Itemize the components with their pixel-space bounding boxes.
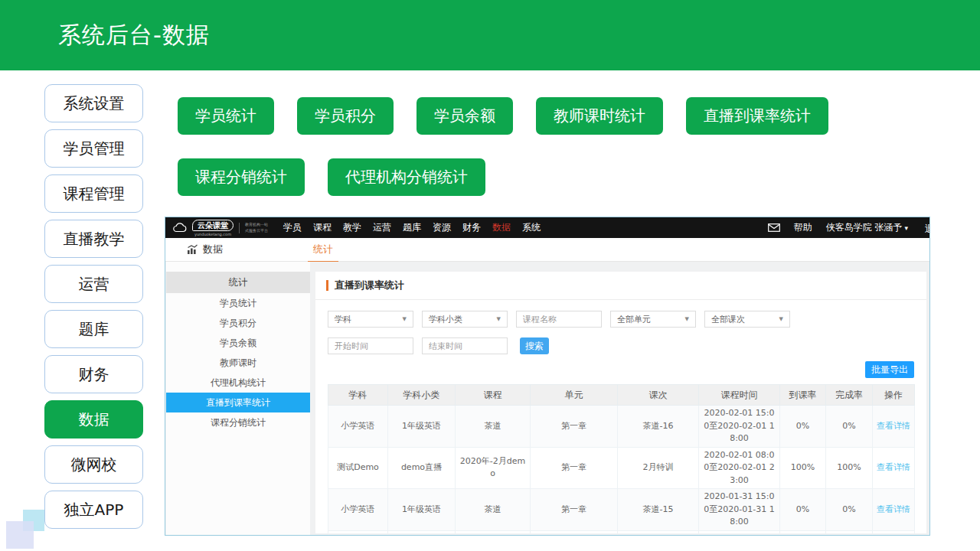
sidebar-item-3[interactable]: 直播教学: [44, 220, 143, 258]
cell: 茶道-15: [618, 489, 699, 531]
yunduo-logo: 云朵课堂 yunduoketang.com 教育机构一站 式服务云平台: [173, 220, 268, 236]
user-menu[interactable]: 侠客岛学院 张涵予▾: [826, 221, 908, 234]
sidebar-item-4[interactable]: 运营: [44, 265, 143, 303]
panel-title-row: 直播到课率统计: [315, 272, 926, 300]
stat-button-r2-0[interactable]: 课程分销统计: [178, 158, 305, 196]
chevron-down-icon: ▾: [904, 224, 908, 232]
stats-menu-item-3[interactable]: 教师课时: [166, 353, 310, 373]
filter-row-1: 学科 ▼ 学科小类 ▼ 全部单元 ▼ 全部课次: [328, 311, 914, 328]
logo-divider: [239, 223, 240, 233]
action-cell: 查看详情: [873, 447, 915, 489]
admin-nav-item-2[interactable]: 教学: [343, 221, 361, 234]
sidebar-item-8[interactable]: 微网校: [44, 445, 143, 484]
table-row: 测试Demodemo直播2020年-2月demo第一章2月特训2020-02-0…: [328, 447, 915, 489]
stats-menu-item-2[interactable]: 学员余额: [166, 333, 310, 353]
view-details-link[interactable]: 查看详情: [877, 421, 910, 431]
sidebar-item-7[interactable]: 数据: [44, 400, 143, 439]
sidebar-item-1[interactable]: 学员管理: [44, 129, 143, 168]
stat-buttons-row-2: 课程分销统计代理机构分销统计: [178, 158, 485, 196]
cell: 0%: [826, 530, 873, 533]
cell: 1年级英语: [388, 489, 456, 531]
all-lessons-select[interactable]: 全部课次 ▼: [704, 311, 790, 328]
stat-button-r1-2[interactable]: 学员余额: [416, 97, 513, 135]
stat-button-r1-1[interactable]: 学员积分: [297, 97, 394, 135]
mail-icon[interactable]: [768, 223, 780, 232]
course-name-input[interactable]: [516, 311, 602, 328]
chevron-down-icon: ▼: [497, 316, 501, 322]
stats-menu-item-5[interactable]: 直播到课率统计: [166, 393, 310, 412]
sidebar-item-0[interactable]: 系统设置: [44, 84, 143, 122]
logo-domain: yunduoketang.com: [194, 232, 231, 236]
view-details-link[interactable]: 查看详情: [877, 462, 910, 472]
cell: 寒假辅导: [456, 530, 531, 533]
table-row: 小学英语1年级英语茶道第一章茶道-152020-01-31 15:00至2020…: [328, 489, 915, 531]
admin-top-right: 帮助 侠客岛学院 张涵予▾: [768, 221, 922, 234]
cell: 第一章: [531, 447, 618, 489]
cell: 0%: [826, 489, 873, 531]
table-header-6: 到课率: [780, 385, 826, 406]
admin-nav-item-7[interactable]: 数据: [492, 221, 511, 234]
table-row: 小学英语1年级英语寒假辅导第一章寒假辅导-52020-01-31 09:00至2…: [328, 530, 915, 533]
stat-button-r1-0[interactable]: 学员统计: [178, 97, 274, 135]
admin-nav-items: 学员课程教学运营题库资源财务数据系统: [283, 221, 541, 234]
table-header-1: 学科小类: [388, 385, 456, 406]
cell: 第一章: [531, 406, 618, 448]
stat-button-r1-3[interactable]: 教师课时统计: [536, 97, 663, 135]
cell: 2020-02-01 08:00至2020-02-01 23:00: [699, 447, 780, 489]
stat-button-r2-1[interactable]: 代理机构分销统计: [328, 158, 485, 196]
sidebar-item-2[interactable]: 课程管理: [44, 174, 143, 213]
sidebar-item-5[interactable]: 题库: [44, 310, 143, 348]
sidebar-item-6[interactable]: 财务: [44, 355, 143, 393]
admin-nav-item-3[interactable]: 运营: [373, 221, 391, 234]
subject-select[interactable]: 学科 ▼: [328, 311, 413, 328]
sidebar-item-9[interactable]: 独立APP: [44, 491, 143, 529]
cell: 1年级英语: [388, 406, 456, 448]
admin-breadcrumb-bar: 数据 统计: [165, 238, 929, 262]
panel-title: 直播到课率统计: [335, 279, 404, 292]
cloud-icon: [173, 223, 187, 233]
stats-menu-item-0[interactable]: 学员统计: [166, 293, 310, 313]
cell: 第一章: [531, 489, 618, 531]
logo-tagline: 教育机构一站 式服务云平台: [245, 222, 268, 233]
stats-menu-item-6[interactable]: 课程分销统计: [166, 412, 310, 432]
attendance-table: 学科学科小类课程单元课次课程时间到课率完成率操作 小学英语1年级英语茶道第一章茶…: [328, 384, 915, 533]
stats-sidebar-header: 统计: [166, 272, 310, 293]
breadcrumb: 数据: [187, 243, 223, 256]
admin-nav-item-1[interactable]: 课程: [313, 221, 332, 234]
table-header-0: 学科: [328, 385, 388, 406]
admin-nav-item-5[interactable]: 资源: [433, 221, 451, 234]
cell: 茶道: [456, 489, 531, 531]
end-time-input[interactable]: [422, 337, 508, 354]
admin-content: 统计 学员统计学员积分学员余额教师课时代理机构统计直播到课率统计课程分销统计 直…: [165, 262, 929, 535]
all-units-select-value: 全部单元: [617, 314, 651, 325]
stat-buttons-row-1: 学员统计学员积分学员余额教师课时统计直播到课率统计: [178, 97, 828, 135]
batch-export-button[interactable]: 批量导出: [865, 361, 914, 378]
start-time-input[interactable]: [328, 337, 413, 354]
chevron-down-icon: ▼: [685, 316, 689, 322]
all-units-select[interactable]: 全部单元 ▼: [610, 311, 696, 328]
all-lessons-select-value: 全部课次: [711, 314, 745, 325]
user-name: 侠客岛学院 张涵予: [826, 222, 903, 233]
admin-screenshot: 云朵课堂 yunduoketang.com 教育机构一站 式服务云平台 学员课程…: [165, 217, 930, 536]
admin-nav-item-0[interactable]: 学员: [283, 221, 302, 234]
admin-nav-item-6[interactable]: 财务: [462, 221, 481, 234]
stats-menu-item-1[interactable]: 学员积分: [166, 313, 310, 333]
action-cell: 查看详情: [873, 489, 915, 531]
cell: 100%: [780, 447, 826, 489]
table-header-8: 操作: [873, 385, 915, 406]
admin-nav-item-8[interactable]: 系统: [522, 221, 541, 234]
subject-subtype-select[interactable]: 学科小类 ▼: [422, 311, 508, 328]
admin-nav-item-4[interactable]: 题库: [403, 221, 421, 234]
cell: 第一章: [531, 530, 618, 533]
help-link[interactable]: 帮助: [794, 221, 812, 234]
stat-button-r1-4[interactable]: 直播到课率统计: [686, 97, 828, 135]
stats-menu-item-4[interactable]: 代理机构统计: [166, 373, 310, 393]
cell: 100%: [826, 447, 873, 489]
title-accent-bar: [326, 280, 328, 291]
action-cell: 查看详情: [873, 530, 915, 533]
view-details-link[interactable]: 查看详情: [877, 504, 910, 514]
search-button[interactable]: 搜索: [520, 337, 549, 354]
admin-top-nav: 云朵课堂 yunduoketang.com 教育机构一站 式服务云平台 学员课程…: [165, 217, 929, 238]
tab-statistics[interactable]: 统计: [313, 243, 333, 256]
cell: 0%: [780, 530, 826, 533]
